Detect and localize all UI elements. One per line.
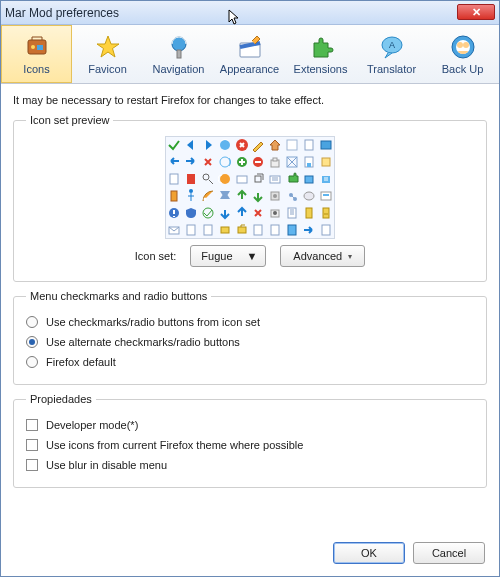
radio-label: Use checkmarks/radio buttons from icon s…: [46, 316, 260, 328]
svg-point-12: [220, 140, 230, 150]
svg-text:A: A: [388, 40, 394, 50]
radio-label: Firefox default: [46, 356, 116, 368]
radio-icon: [26, 356, 38, 368]
ok-button[interactable]: OK: [333, 542, 405, 564]
iconset-preview-grid: [165, 136, 335, 239]
svg-rect-31: [255, 176, 261, 182]
footer: OK Cancel: [1, 534, 499, 576]
svg-rect-53: [187, 225, 195, 235]
tab-extensions[interactable]: Extensions: [285, 25, 356, 83]
radio-icon: [26, 336, 38, 348]
svg-rect-27: [187, 174, 195, 184]
svg-point-10: [457, 42, 463, 48]
svg-rect-55: [221, 227, 229, 233]
svg-rect-56: [238, 227, 246, 233]
check-use-theme-icons[interactable]: ✓ Use icons from current Firefox theme w…: [26, 435, 474, 455]
svg-rect-26: [170, 174, 178, 184]
svg-point-48: [273, 211, 277, 215]
radio-from-iconset[interactable]: Use checkmarks/radio buttons from icon s…: [26, 312, 474, 332]
svg-rect-50: [306, 208, 312, 218]
radio-alternate[interactable]: Use alternate checkmarks/radio buttons: [26, 332, 474, 352]
svg-point-17: [220, 157, 230, 167]
cancel-button-label: Cancel: [432, 547, 466, 559]
navigation-tab-icon: [165, 33, 193, 61]
backup-tab-icon: [449, 33, 477, 61]
titlebar: Mar Mod preferences ✕: [1, 1, 499, 25]
check-use-blur[interactable]: ✓ Use blur in disable menu: [26, 455, 474, 475]
svg-rect-57: [254, 225, 262, 235]
svg-point-37: [203, 197, 206, 200]
radio-label: Use alternate checkmarks/radio buttons: [46, 336, 240, 348]
menu-checkmarks-legend: Menu checkmarks and radio buttons: [26, 290, 211, 302]
favicon-tab-icon: [94, 33, 122, 61]
svg-rect-60: [322, 225, 330, 235]
tab-label: Appearance: [220, 63, 279, 75]
tab-label: Favicon: [88, 63, 127, 75]
svg-point-36: [189, 189, 193, 193]
cursor-icon: [227, 9, 243, 27]
chevron-down-icon: ▾: [348, 252, 352, 261]
svg-rect-33: [305, 176, 313, 183]
svg-rect-59: [288, 225, 296, 235]
tab-label: Extensions: [294, 63, 348, 75]
cancel-button[interactable]: Cancel: [413, 542, 485, 564]
appearance-tab-icon: [236, 33, 264, 61]
svg-rect-25: [322, 158, 330, 166]
tab-label: Translator: [367, 63, 416, 75]
checkbox-icon: ✓: [26, 419, 38, 431]
svg-rect-14: [287, 140, 297, 150]
preferences-window: Mar Mod preferences ✕ Icons Favicon Navi…: [0, 0, 500, 577]
checkbox-icon: ✓: [26, 439, 38, 451]
iconset-label: Icon set:: [135, 250, 177, 262]
extensions-tab-icon: [307, 33, 335, 61]
iconset-row: Icon set: Fugue ▼ Advanced ▾: [26, 239, 474, 269]
translator-tab-icon: A: [378, 33, 406, 61]
svg-rect-35: [171, 191, 177, 201]
iconset-preview-legend: Icon set preview: [26, 114, 113, 126]
svg-point-11: [463, 42, 469, 48]
window-title: Mar Mod preferences: [5, 6, 119, 20]
svg-point-28: [203, 174, 209, 180]
restart-note: It may be necessary to restart Firefox f…: [13, 94, 487, 106]
tab-label: Back Up: [442, 63, 484, 75]
svg-rect-16: [321, 141, 331, 149]
svg-rect-51: [323, 208, 329, 218]
ok-button-label: OK: [361, 547, 377, 559]
properties-group: Propiedades ✓ Developer mode(*) ✓ Use ic…: [13, 393, 487, 488]
svg-point-42: [304, 192, 314, 200]
tab-label: Icons: [23, 63, 49, 75]
svg-rect-15: [305, 140, 313, 150]
chevron-down-icon: ▼: [246, 250, 257, 262]
radio-firefox-default[interactable]: Firefox default: [26, 352, 474, 372]
svg-rect-21: [273, 158, 277, 161]
iconset-select[interactable]: Fugue ▼: [190, 245, 266, 267]
tab-icons[interactable]: Icons: [1, 25, 72, 83]
svg-rect-4: [177, 50, 181, 58]
radio-icon: [26, 316, 38, 328]
tab-navigation[interactable]: Navigation: [143, 25, 214, 83]
advanced-button-label: Advanced: [293, 250, 342, 262]
iconset-select-value: Fugue: [201, 250, 232, 262]
icons-tab-icon: [23, 33, 51, 61]
check-developer-mode[interactable]: ✓ Developer mode(*): [26, 415, 474, 435]
close-button[interactable]: ✕: [457, 4, 495, 20]
tab-backup[interactable]: Back Up: [427, 25, 498, 83]
svg-rect-58: [271, 225, 279, 235]
check-label: Developer mode(*): [46, 419, 138, 431]
toolbar: Icons Favicon Navigation Appearance Exte…: [1, 25, 499, 84]
menu-checkmarks-group: Menu checkmarks and radio buttons Use ch…: [13, 290, 487, 385]
svg-rect-44: [323, 194, 329, 196]
tab-translator[interactable]: A Translator: [356, 25, 427, 83]
tab-favicon[interactable]: Favicon: [72, 25, 143, 83]
iconset-preview-group: Icon set preview: [13, 114, 487, 282]
svg-rect-54: [204, 225, 212, 235]
check-label: Use icons from current Firefox theme whe…: [46, 439, 303, 451]
check-label: Use blur in disable menu: [46, 459, 167, 471]
tab-appearance[interactable]: Appearance: [214, 25, 285, 83]
content-area: It may be necessary to restart Firefox f…: [1, 84, 499, 534]
svg-rect-2: [37, 45, 43, 50]
svg-point-1: [31, 45, 35, 49]
properties-legend: Propiedades: [26, 393, 96, 405]
svg-rect-24: [307, 163, 311, 167]
advanced-button[interactable]: Advanced ▾: [280, 245, 365, 267]
